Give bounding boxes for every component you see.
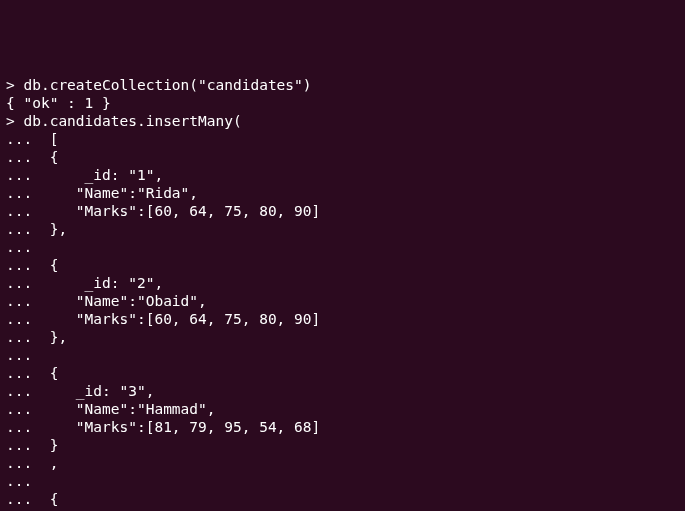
terminal-line: ... }, [6, 328, 679, 346]
terminal-line: ... "Name":"Hammad", [6, 400, 679, 418]
terminal-line: ... [ [6, 130, 679, 148]
terminal-line: > db.candidates.insertMany( [6, 112, 679, 130]
terminal-line: ... "Marks":[60, 64, 75, 80, 90] [6, 202, 679, 220]
terminal-line: ... "Marks":[81, 79, 95, 54, 68] [6, 418, 679, 436]
terminal-line: ... , [6, 454, 679, 472]
terminal-line: ... { [6, 364, 679, 382]
terminal-line: ... "Name":"Obaid", [6, 292, 679, 310]
terminal-line: ... { [6, 256, 679, 274]
terminal-line: > db.createCollection("candidates") [6, 76, 679, 94]
terminal-line: ... _id: "2", [6, 274, 679, 292]
terminal-line: ... [6, 238, 679, 256]
terminal-line: ... _id: "3", [6, 382, 679, 400]
terminal-line: ... { [6, 490, 679, 508]
terminal-line: ... "Name":"Rida", [6, 184, 679, 202]
terminal-line: ... }, [6, 220, 679, 238]
terminal-line: ... [6, 346, 679, 364]
terminal-line: ... { [6, 148, 679, 166]
terminal-line: ... } [6, 436, 679, 454]
terminal-output[interactable]: > db.createCollection("candidates"){ "ok… [6, 76, 679, 511]
terminal-line: ... [6, 472, 679, 490]
terminal-line: { "ok" : 1 } [6, 94, 679, 112]
terminal-line: ... "Marks":[60, 64, 75, 80, 90] [6, 310, 679, 328]
terminal-line: ... _id: "1", [6, 166, 679, 184]
